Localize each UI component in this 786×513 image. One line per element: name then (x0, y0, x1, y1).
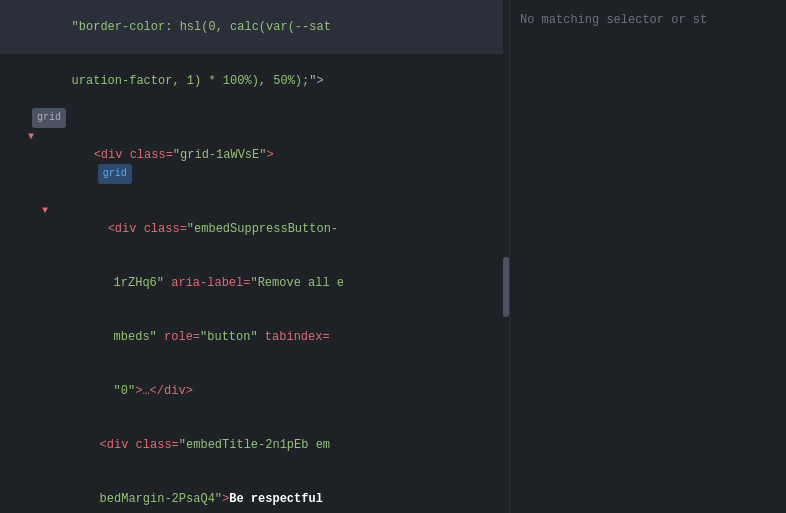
right-panel: No matching selector or st (510, 0, 786, 513)
no-match-text: No matching selector or st (520, 13, 776, 27)
code-line: "border-color: hsl(0, calc(var(--sat (0, 0, 509, 54)
code-line: "0">…</div> (0, 364, 509, 418)
code-line: mbeds" role="button" tabindex= (0, 310, 509, 364)
grid-badge: grid (32, 108, 66, 128)
grid-badge-blue: grid (98, 164, 132, 184)
code-line: <div class="embedTitle-2n1pEb em (0, 418, 509, 472)
code-line: uration-factor, 1) * 100%), 50%);"> (0, 54, 509, 108)
collapse-arrow[interactable]: ▼ (28, 128, 34, 146)
scrollbar[interactable] (503, 0, 509, 513)
code-line: ▼ <div class="grid-1aWVsE"> grid (0, 128, 509, 202)
scrollbar-thumb[interactable] (503, 257, 509, 317)
code-area: "border-color: hsl(0, calc(var(--sat ura… (0, 0, 509, 513)
collapse-arrow[interactable]: ▼ (42, 202, 48, 220)
code-line: ▼ <div class="embedSuppressButton- (0, 202, 509, 256)
code-line: bedMargin-2PsaQ4">Be respectful (0, 472, 509, 513)
code-panel: "border-color: hsl(0, calc(var(--sat ura… (0, 0, 510, 513)
code-line: 1rZHq6" aria-label="Remove all e (0, 256, 509, 310)
badge-line: grid (0, 108, 509, 128)
